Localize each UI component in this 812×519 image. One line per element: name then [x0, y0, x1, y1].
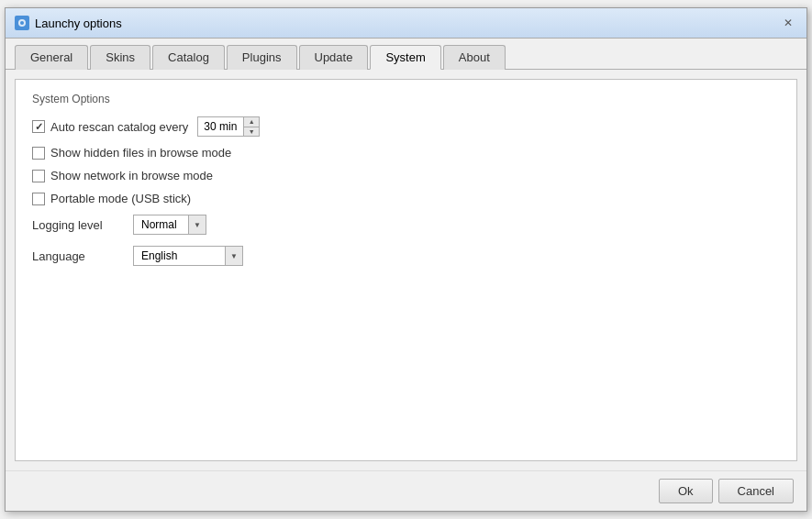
close-button[interactable]: ✕	[779, 14, 797, 32]
window-title: Launchy options	[35, 17, 122, 30]
option-row-auto-rescan: Auto rescan catalog every 30 min ▲ ▼	[32, 116, 780, 137]
portable-mode-label: Portable mode (USB stick)	[50, 192, 191, 205]
rescan-spinbox-arrows: ▲ ▼	[244, 117, 259, 136]
main-window: Launchy options ✕ General Skins Catalog …	[5, 7, 807, 512]
language-row: Language English ▼	[32, 246, 780, 266]
tab-system[interactable]: System	[370, 45, 440, 70]
logging-level-value: Normal	[134, 215, 189, 234]
tab-catalog[interactable]: Catalog	[152, 45, 225, 70]
logging-level-select[interactable]: Normal ▼	[133, 215, 206, 235]
logging-level-arrow[interactable]: ▼	[189, 215, 206, 234]
tab-general[interactable]: General	[15, 45, 88, 70]
language-value: English	[134, 247, 226, 265]
show-hidden-checkbox-wrapper[interactable]: Show hidden files in browse mode	[32, 146, 231, 160]
rescan-spinbox-up[interactable]: ▲	[244, 117, 259, 127]
content-area: System Options Auto rescan catalog every…	[6, 70, 806, 470]
title-bar: Launchy options ✕	[6, 8, 806, 39]
auto-rescan-checkbox-wrapper[interactable]: Auto rescan catalog every	[32, 120, 188, 134]
svg-point-2	[20, 21, 24, 25]
section-label: System Options	[32, 93, 780, 105]
option-row-show-hidden: Show hidden files in browse mode	[32, 146, 780, 160]
show-network-label: Show network in browse mode	[50, 169, 213, 182]
rescan-spinbox[interactable]: 30 min ▲ ▼	[197, 116, 260, 137]
show-hidden-checkbox[interactable]	[32, 147, 45, 160]
cancel-button[interactable]: Cancel	[718, 479, 794, 503]
tab-plugins[interactable]: Plugins	[227, 45, 297, 70]
app-icon	[15, 16, 29, 30]
language-arrow[interactable]: ▼	[226, 247, 242, 265]
show-hidden-label: Show hidden files in browse mode	[50, 146, 231, 160]
footer: Ok Cancel	[6, 470, 806, 511]
show-network-checkbox-wrapper[interactable]: Show network in browse mode	[32, 169, 213, 182]
rescan-spinbox-value: 30 min	[198, 117, 244, 136]
logging-level-label: Logging level	[32, 218, 124, 232]
tab-skins[interactable]: Skins	[90, 45, 150, 70]
auto-rescan-checkbox[interactable]	[32, 120, 45, 133]
option-row-show-network: Show network in browse mode	[32, 169, 780, 182]
tab-bar: General Skins Catalog Plugins Update Sys…	[6, 39, 806, 70]
language-label: Language	[32, 249, 124, 263]
logging-level-row: Logging level Normal ▼	[32, 215, 780, 235]
portable-mode-checkbox-wrapper[interactable]: Portable mode (USB stick)	[32, 192, 191, 205]
option-row-portable-mode: Portable mode (USB stick)	[32, 192, 780, 205]
ok-button[interactable]: Ok	[659, 479, 713, 503]
show-network-checkbox[interactable]	[32, 170, 45, 182]
rescan-spinbox-down[interactable]: ▼	[244, 127, 259, 137]
title-bar-left: Launchy options	[15, 16, 122, 30]
portable-mode-checkbox[interactable]	[32, 193, 45, 205]
language-select[interactable]: English ▼	[133, 246, 243, 266]
tab-update[interactable]: Update	[299, 45, 369, 70]
tab-about[interactable]: About	[443, 45, 506, 70]
system-panel: System Options Auto rescan catalog every…	[15, 79, 797, 461]
auto-rescan-label: Auto rescan catalog every	[50, 120, 188, 134]
